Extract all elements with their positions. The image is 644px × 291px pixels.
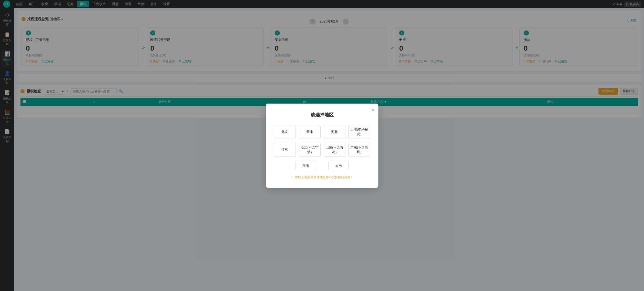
warning-icon: ⚠: [291, 175, 293, 179]
region-grid-row2: 江苏 浙江(不含宁波) 山东(不含青岛) 广东(不含深圳): [274, 143, 370, 157]
region-btn-hebei[interactable]: 河北: [324, 125, 345, 139]
region-select-modal: × 请选择地区 北京 天津 河北 上海(电子税局) 江苏 浙江(不含宁波) 山东…: [266, 104, 378, 188]
region-btn-beijing[interactable]: 北京: [274, 125, 296, 139]
region-grid-row3: 海南 云南: [274, 161, 370, 170]
region-btn-zhejiang[interactable]: 浙江(不含宁波): [299, 143, 321, 157]
region-grid-row1: 北京 天津 河北 上海(电子税局): [274, 125, 370, 139]
region-btn-yunnan[interactable]: 云南: [328, 161, 349, 170]
region-btn-guangdong[interactable]: 广东(不含深圳): [348, 143, 370, 157]
region-btn-hainan[interactable]: 海南: [296, 161, 316, 170]
modal-warning: ⚠ 除以上地区外其他地区暂不支持报税检查！: [274, 175, 370, 180]
warning-text: 除以上地区外其他地区暂不支持报税检查！: [295, 175, 353, 180]
region-btn-jiangsu[interactable]: 江苏: [274, 143, 296, 157]
region-btn-shandong[interactable]: 山东(不含青岛): [324, 143, 345, 157]
modal-close-button[interactable]: ×: [372, 108, 374, 112]
region-btn-shanghai[interactable]: 上海(电子税局): [348, 125, 370, 139]
modal-title: 请选择地区: [274, 112, 370, 118]
modal-overlay[interactable]: × 请选择地区 北京 天津 河北 上海(电子税局) 江苏 浙江(不含宁波) 山东…: [0, 0, 644, 291]
region-btn-tianjin[interactable]: 天津: [299, 125, 321, 139]
